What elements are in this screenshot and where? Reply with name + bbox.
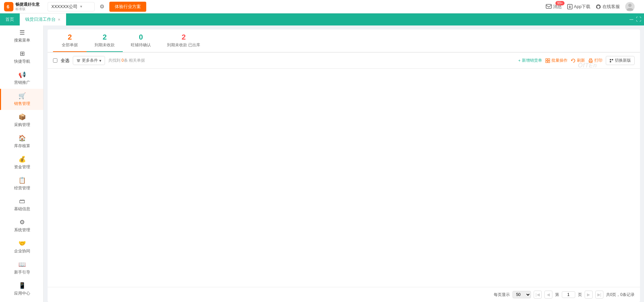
purchase-icon: 📦 (18, 113, 26, 121)
total-records-label: 共0页，0条记录 (606, 292, 635, 298)
sidebar-item-search[interactable]: ☰ 搜索菜单 (0, 25, 43, 47)
select-all-label: 全选 (61, 58, 69, 64)
trial-button[interactable]: 体验行业方案 (109, 2, 146, 12)
main-layout: ☰ 搜索菜单 ⊞ 快捷导航 📢 营销推广 🛒 销售管理 📦 采购管理 🏠 库存核… (0, 25, 644, 302)
online-service-button[interactable]: 在线客服 (596, 4, 620, 10)
svg-rect-17 (590, 61, 592, 62)
nav-tabs: 首页 钱货日清工作台 ✕ ─ ⛶ (0, 13, 644, 25)
prev-page-button[interactable]: ◀ (544, 291, 552, 299)
found-count-text: 共找到 0条 相关单据 (108, 58, 145, 63)
operations-icon: 📋 (18, 177, 26, 184)
close-tab-icon[interactable]: ✕ (58, 18, 60, 21)
stats-count-overdue: 2 (103, 33, 107, 42)
top-header: 6 畅捷通好生意 标准版 XXXXXX公司 ▼ ⚙ 体验行业方案 消息 99+ (0, 0, 644, 13)
first-page-button[interactable]: |◀ (534, 291, 542, 299)
svg-rect-11 (546, 59, 547, 60)
svg-rect-19 (612, 59, 613, 60)
content-area: 2 全部单据 2 到期未收款 0 旺辅待确认 2 到期未收款 已出库 全选 (44, 25, 644, 302)
sidebar-item-finance-label: 资金管理 (14, 164, 30, 170)
svg-rect-13 (546, 61, 547, 63)
sidebar-item-guide[interactable]: 📖 新手引导 (0, 257, 43, 279)
svg-rect-20 (610, 61, 611, 62)
company-selector[interactable]: XXXXXX公司 ▼ (48, 2, 95, 11)
last-page-button[interactable]: ▶| (595, 291, 603, 299)
sidebar-item-finance[interactable]: 💰 资金管理 (0, 152, 43, 173)
online-service-label: 在线客服 (602, 4, 620, 10)
message-icon (546, 4, 552, 10)
add-sales-order-button[interactable]: + 新增销货单 (518, 58, 542, 63)
more-filter-button[interactable]: 更多条件 ▾ (73, 56, 105, 65)
sidebar-item-operations-label: 经营管理 (14, 185, 30, 191)
switch-version-label: 切换新版 (615, 58, 631, 63)
sidebar-item-system-label: 系统管理 (14, 227, 30, 233)
sidebar-item-marketing-label: 营销推广 (14, 80, 30, 85)
select-all-checkbox[interactable] (53, 58, 57, 63)
stats-count-all: 2 (68, 33, 72, 42)
toolbar: 全选 更多条件 ▾ 共找到 0条 相关单据 + 新增销货单 (48, 52, 640, 68)
page-size-select[interactable]: 50 100 200 (513, 291, 531, 298)
sidebar-item-cooperation[interactable]: 🤝 企业协同 (0, 236, 43, 257)
tab-actions: ─ ⛶ (627, 13, 644, 25)
sidebar-item-app-center-label: 应用中心 (14, 291, 30, 296)
cooperation-icon: 🤝 (18, 240, 26, 247)
sidebar-item-wechat[interactable]: 💬 企业微信 (0, 300, 43, 302)
avatar[interactable] (625, 2, 635, 11)
minimize-button[interactable]: ─ (630, 16, 633, 22)
stats-label-all: 全部单据 (62, 42, 78, 48)
filter-chevron-icon: ▾ (99, 58, 101, 63)
tab-qianhuoday[interactable]: 钱货日清工作台 ✕ (20, 13, 66, 25)
table-area (48, 68, 640, 287)
app-download-label: App下载 (574, 4, 590, 10)
switch-version-button[interactable]: 切换新版 (606, 56, 635, 65)
svg-text:6: 6 (7, 4, 9, 9)
sidebar-item-basic-info-label: 基础信息 (14, 206, 30, 212)
logo-icon: 6 (4, 2, 13, 11)
header-right: 消息 99+ App下载 在线客服 (546, 2, 640, 11)
plus-icon: + (518, 58, 521, 63)
sidebar-item-basic-info[interactable]: 🗃 基础信息 (0, 194, 43, 215)
stats-tab-all[interactable]: 2 全部单据 (53, 29, 87, 52)
sidebar-item-sales[interactable]: 🛒 销售管理 (0, 89, 43, 110)
chevron-down-icon: ▼ (79, 5, 83, 8)
stats-tab-overdue[interactable]: 2 到期未收款 (87, 29, 123, 52)
headset-icon (596, 4, 601, 9)
stats-count-shipped: 2 (182, 33, 186, 42)
add-sales-order-label: 新增销货单 (522, 58, 542, 63)
settings-icon[interactable]: ⚙ (97, 2, 107, 11)
sidebar-item-system[interactable]: ⚙ 系统管理 (0, 215, 43, 236)
svg-rect-1 (546, 4, 551, 8)
marketing-icon: 📢 (18, 71, 26, 78)
refresh-button[interactable]: 刷新 (571, 58, 585, 63)
svg-rect-14 (548, 61, 550, 63)
svg-rect-12 (548, 59, 550, 60)
message-button[interactable]: 消息 99+ (546, 4, 562, 10)
svg-rect-18 (610, 59, 611, 60)
tab-spacer (66, 13, 627, 25)
basic-info-icon: 🗃 (19, 198, 25, 205)
next-page-button[interactable]: ▶ (585, 291, 593, 299)
batch-operation-button[interactable]: 批量操作 (545, 58, 568, 63)
current-page-input[interactable] (562, 291, 575, 298)
stats-tab-shipped[interactable]: 2 到期未收款 已出库 (159, 29, 208, 52)
sidebar-item-quick-nav[interactable]: ⊞ 快捷导航 (0, 47, 43, 68)
search-menu-icon: ☰ (19, 29, 25, 36)
maximize-button[interactable]: ⛶ (636, 16, 641, 22)
refresh-icon (571, 58, 576, 63)
stats-count-pending: 0 (139, 33, 143, 42)
sidebar-item-operations[interactable]: 📋 经营管理 (0, 173, 43, 194)
sidebar-item-inventory[interactable]: 🏠 库存核算 (0, 131, 43, 152)
svg-rect-16 (590, 59, 592, 60)
stats-label-pending: 旺辅待确认 (131, 42, 151, 48)
sidebar-item-marketing[interactable]: 📢 营销推广 (0, 68, 43, 89)
sales-icon: 🛒 (18, 92, 26, 100)
message-badge: 99+ (555, 1, 565, 5)
app-download-button[interactable]: App下载 (567, 4, 590, 10)
tab-home[interactable]: 首页 (0, 13, 20, 25)
sidebar-item-app-center[interactable]: 📱 应用中心 (0, 279, 43, 300)
app-title: 畅捷通好生意 (15, 2, 40, 7)
sidebar-item-purchase[interactable]: 📦 采购管理 (0, 110, 43, 131)
print-button[interactable]: 打印 (588, 58, 602, 63)
guide-icon: 📖 (18, 261, 26, 268)
stats-tab-pending[interactable]: 0 旺辅待确认 (123, 29, 159, 52)
system-icon: ⚙ (19, 219, 25, 226)
